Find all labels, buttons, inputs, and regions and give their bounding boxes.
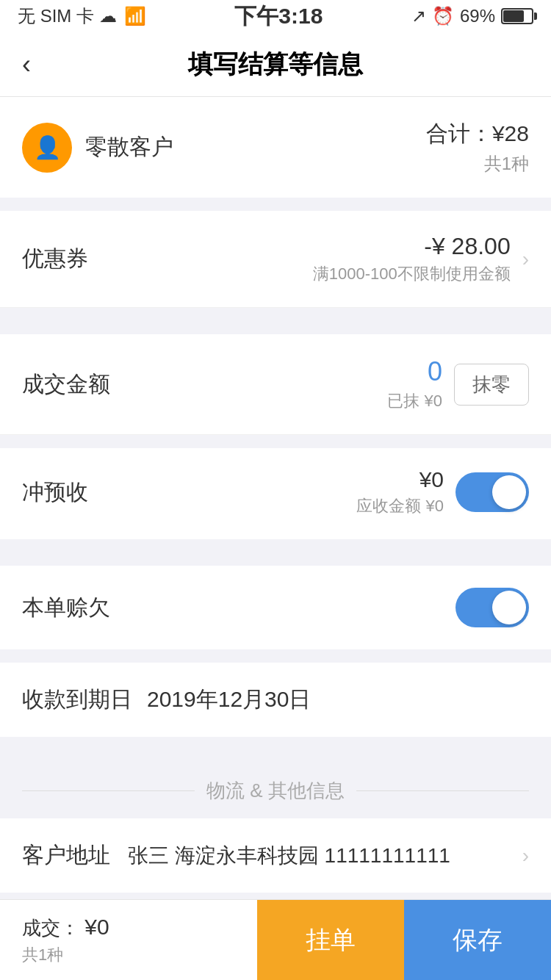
section-label: 物流 & 其他信息 — [206, 778, 345, 804]
prepay-amounts: ¥0 应收金额 ¥0 — [356, 467, 444, 517]
status-time: 下午3:18 — [234, 1, 323, 32]
logistics-section-divider: 物流 & 其他信息 — [0, 763, 551, 818]
deal-amount-row: 成交金额 0 已抹 ¥0 抹零 — [0, 334, 551, 435]
customer-left: 👤 零散客户 — [22, 123, 173, 173]
total-count: 共1种 — [426, 152, 529, 176]
bottom-deal-row: 成交： ¥0 — [22, 915, 257, 941]
hang-button[interactable]: 挂单 — [257, 900, 404, 981]
coupon-label: 优惠券 — [22, 244, 88, 274]
total-amount: 合计：¥28 — [426, 119, 529, 149]
separator-2 — [0, 552, 551, 566]
customer-right: 合计：¥28 共1种 — [426, 119, 529, 176]
customer-row: 👤 零散客户 合计：¥28 共1种 — [0, 97, 551, 198]
separator-3 — [0, 750, 551, 763]
avatar: 👤 — [22, 123, 72, 173]
nav-bar: ‹ 填写结算等信息 — [0, 32, 551, 97]
save-button[interactable]: 保存 — [404, 900, 551, 981]
address-card: 客户地址 张三 海淀永丰科技园 11111111111 › — [0, 818, 551, 893]
status-right: ↗ ⏰ 69% — [411, 6, 533, 26]
status-left: 无 SIM 卡 ☁ 📶 — [18, 4, 146, 28]
bottom-count: 共1种 — [22, 944, 257, 966]
due-date-card: 收款到期日 2019年12月30日 — [0, 663, 551, 737]
deal-amount-label: 成交金额 — [22, 370, 110, 400]
bottom-info: 成交： ¥0 共1种 — [0, 915, 257, 966]
customer-name: 零散客户 — [85, 132, 173, 162]
avatar-icon: 👤 — [34, 134, 61, 160]
coupon-col: -¥ 28.00 满1000-100不限制使用金额 — [313, 233, 511, 285]
divider-line-right — [356, 790, 529, 791]
prepay-label: 冲预收 — [22, 478, 88, 508]
deal-amount-value[interactable]: 0 — [387, 356, 442, 387]
due-date-row[interactable]: 收款到期日 2019年12月30日 — [0, 663, 551, 737]
bottom-deal-amount: ¥0 — [84, 915, 109, 939]
prepay-top: 冲预收 ¥0 应收金额 ¥0 — [22, 467, 529, 517]
back-button[interactable]: ‹ — [22, 42, 38, 87]
battery-percent: 69% — [460, 6, 495, 26]
content-area: 👤 零散客户 合计：¥28 共1种 优惠券 -¥ 28.00 满1000-100… — [0, 97, 551, 980]
deal-amount-sub: 已抹 ¥0 — [387, 390, 442, 412]
alarm-icon: ⏰ — [432, 6, 454, 26]
chevron-right-icon: › — [522, 248, 529, 271]
battery-icon — [501, 8, 533, 24]
prepay-toggle[interactable] — [455, 472, 529, 512]
coupon-row[interactable]: 优惠券 -¥ 28.00 满1000-100不限制使用金额 › — [0, 211, 551, 308]
address-chevron-icon: › — [522, 844, 529, 868]
address-value: 张三 海淀永丰科技园 11111111111 — [128, 842, 505, 870]
coupon-sub: 满1000-100不限制使用金额 — [313, 263, 511, 285]
wifi-icon: 📶 — [124, 6, 146, 26]
round-button[interactable]: 抹零 — [454, 364, 529, 406]
address-label: 客户地址 — [22, 840, 110, 871]
deal-amount-right: 0 已抹 ¥0 抹零 — [110, 356, 529, 412]
prepay-row: 冲预收 ¥0 应收金额 ¥0 — [0, 448, 551, 539]
divider-line-left — [22, 790, 195, 791]
address-row[interactable]: 客户地址 张三 海淀永丰科技园 11111111111 › — [0, 818, 551, 893]
arrears-row: 本单赊欠 — [0, 566, 551, 649]
prepay-sub: 应收金额 ¥0 — [356, 495, 444, 517]
due-date-label: 收款到期日 — [22, 685, 132, 715]
bottom-bar: 成交： ¥0 共1种 挂单 保存 — [0, 899, 551, 980]
prepay-amount: ¥0 — [356, 467, 444, 492]
separator-1 — [0, 321, 551, 334]
page-title: 填写结算等信息 — [188, 48, 363, 82]
location-icon: ↗ — [411, 6, 426, 26]
arrears-card: 本单赊欠 — [0, 566, 551, 649]
coupon-card: 优惠券 -¥ 28.00 满1000-100不限制使用金额 › — [0, 211, 551, 308]
status-bar: 无 SIM 卡 ☁ 📶 下午3:18 ↗ ⏰ 69% — [0, 0, 551, 32]
arrears-toggle[interactable] — [455, 588, 529, 627]
due-date-value: 2019年12月30日 — [147, 685, 311, 715]
no-sim-text: 无 SIM 卡 ☁ — [18, 4, 117, 28]
arrears-label: 本单赊欠 — [22, 593, 110, 623]
deal-amount-card: 成交金额 0 已抹 ¥0 抹零 — [0, 334, 551, 435]
bottom-deal-label: 成交： — [22, 917, 79, 939]
prepay-card: 冲预收 ¥0 应收金额 ¥0 — [0, 448, 551, 539]
coupon-discount: -¥ 28.00 — [313, 233, 511, 260]
coupon-right: -¥ 28.00 满1000-100不限制使用金额 › — [88, 233, 529, 285]
